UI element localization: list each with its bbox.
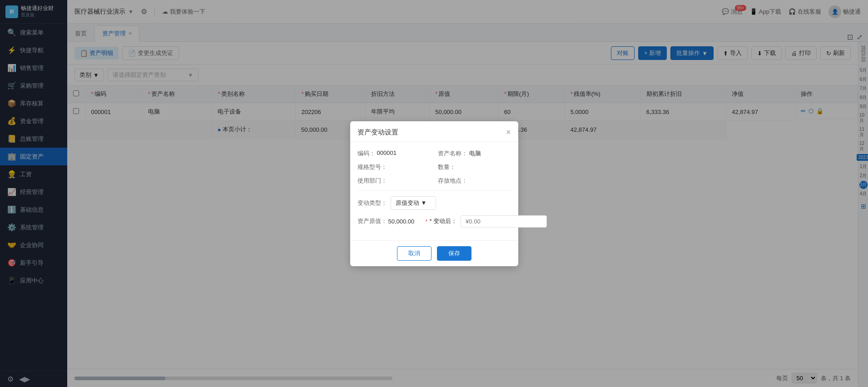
dialog-field-code: 编码： 000001	[357, 149, 431, 158]
dialog-header: 资产变动设置 ×	[350, 121, 518, 142]
dialog-field-asset-name: 资产名称： 电脑	[438, 149, 511, 158]
asset-name-label: 资产名称：	[438, 149, 467, 158]
dialog-field-dept: 使用部门：	[357, 177, 431, 185]
dialog-value-row: 资产原值： 50,000.00 * * 变动后：	[357, 215, 511, 228]
after-change-required: *	[425, 218, 427, 225]
change-type-arrow-icon: ▼	[421, 199, 427, 206]
dialog-title: 资产变动设置	[357, 128, 398, 137]
dialog-divider	[357, 190, 511, 191]
change-type-label: 变动类型：	[357, 199, 387, 207]
dialog-change-type-row: 变动类型： 原值变动 ▼	[357, 196, 511, 210]
dialog-body: 编码： 000001 资产名称： 电脑 规格型号： 数量：	[350, 142, 518, 240]
original-value-label: 资产原值：	[357, 217, 385, 225]
dialog-row-code-name: 编码： 000001 资产名称： 电脑	[357, 149, 511, 158]
dialog-close-button[interactable]: ×	[506, 128, 511, 137]
dialog-row-spec-qty: 规格型号： 数量：	[357, 163, 511, 171]
original-value-display: 50,000.00	[388, 218, 415, 225]
dept-label: 使用部门：	[357, 177, 387, 185]
modal-overlay: 资产变动设置 × 编码： 000001 资产名称： 电脑 规格型号：	[0, 0, 868, 387]
code-value: 000001	[377, 149, 397, 158]
dialog-row-dept-location: 使用部门： 存放地点：	[357, 177, 511, 185]
dialog-footer: 取消 保存	[350, 240, 518, 266]
cancel-button[interactable]: 取消	[397, 246, 432, 261]
asset-name-value: 电脑	[469, 149, 481, 158]
save-button[interactable]: 保存	[437, 246, 471, 261]
spec-label: 规格型号：	[357, 163, 387, 171]
dialog-field-quantity: 数量：	[438, 163, 511, 171]
location-label: 存放地点：	[438, 177, 467, 185]
after-change-label: * 变动后：	[429, 217, 457, 225]
after-change-input[interactable]	[461, 215, 547, 228]
code-label: 编码：	[357, 149, 375, 158]
asset-change-dialog: 资产变动设置 × 编码： 000001 资产名称： 电脑 规格型号：	[350, 121, 518, 266]
change-type-select[interactable]: 原值变动 ▼	[391, 196, 436, 210]
quantity-label: 数量：	[438, 163, 456, 171]
after-change-field: * * 变动后：	[425, 215, 547, 228]
dialog-field-spec: 规格型号：	[357, 163, 431, 171]
change-type-value: 原值变动	[396, 199, 419, 207]
dialog-field-location: 存放地点：	[438, 177, 511, 185]
